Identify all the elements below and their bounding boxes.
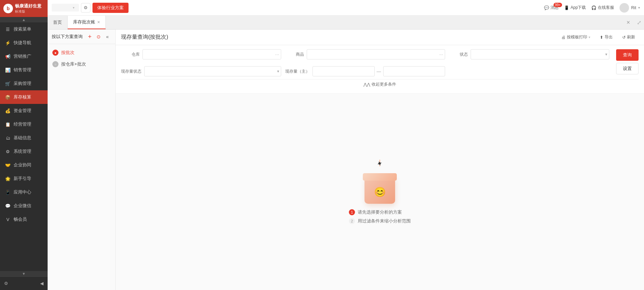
print-button[interactable]: 🖨 按模板打印 ▾ — [558, 33, 594, 41]
topbar-message[interactable]: 💬 消息 99+ — [544, 5, 559, 11]
refresh-button[interactable]: ↺ 刷新 — [619, 33, 639, 41]
nav-icon-system: ⚙ — [5, 148, 11, 155]
qty-start-input[interactable] — [312, 66, 375, 76]
sidebar-item-sales[interactable]: 📊 销售管理 — [0, 63, 48, 77]
nav-scroll-up[interactable]: ▲ — [0, 17, 48, 22]
message-icon: 💬 — [544, 5, 549, 10]
export-icon: ⬆ — [600, 35, 603, 40]
schema-settings-button[interactable]: ⊙ — [95, 33, 102, 40]
step-1-num: 1 — [349, 209, 355, 215]
message-badge: 99+ — [554, 3, 562, 7]
filter-group-product: 商品 ··· — [285, 49, 445, 59]
empty-steps: 1 请先选择要分析的方案 2 用过滤条件来缩小分析范围 — [349, 209, 411, 224]
refresh-label: 刷新 — [627, 34, 635, 40]
qty-dash: — — [377, 69, 381, 74]
schema-item-by-warehouse-batch[interactable]: ○ 按仓库+批次 — [48, 58, 115, 70]
empty-step-1: 1 请先选择要分析的方案 — [349, 209, 411, 215]
tab-batch-account-label: 库存批次账 — [73, 19, 95, 25]
page-area-close-button[interactable]: × — [622, 19, 634, 26]
experience-button[interactable]: 体验行业方案 — [92, 3, 129, 13]
topbar-user[interactable]: Rit ▾ — [620, 3, 640, 13]
topbar-online-service[interactable]: 🎧 在线客服 — [591, 5, 614, 11]
inventory-status-select-wrapper: 全部 有库存 无库存 ▾ — [144, 66, 281, 76]
sidebar-item-enterprise[interactable]: 🤝 企业协同 — [0, 158, 48, 172]
sidebar-footer: ⚙ ◀ — [0, 276, 48, 290]
filter-group-inventory-status: 现存量状态 全部 有库存 无库存 ▾ — [121, 66, 281, 76]
sidebar-item-member[interactable]: V 畅会员 — [0, 213, 48, 226]
export-button[interactable]: ⬆ 导出 — [596, 33, 616, 41]
nav-label-enterprise: 企业协同 — [14, 162, 31, 168]
inventory-status-select[interactable]: 全部 有库存 无库存 — [144, 66, 281, 76]
sidebar-item-app_center[interactable]: 📱 应用中心 — [0, 185, 48, 199]
app-logo: b — [3, 4, 13, 13]
sidebar-item-search_menu[interactable]: ☰ 搜索菜单 — [0, 22, 48, 36]
query-button[interactable]: 查询 — [616, 49, 639, 61]
sidebar-header: b 畅康通好生意 标准版 — [0, 0, 48, 17]
nav-label-search_menu: 搜索菜单 — [14, 26, 31, 32]
nav-label-quick_nav: 快捷导航 — [14, 40, 31, 46]
sidebar-item-purchase[interactable]: 🛒 采购管理 — [0, 77, 48, 90]
nav-label-new_guide: 新手引导 — [14, 176, 31, 182]
nav-label-purchase: 采购管理 — [14, 80, 31, 87]
edition-label: 标准版 — [15, 9, 41, 14]
tab-batch-account[interactable]: 库存批次账 × — [68, 16, 106, 29]
status-label: 状态 — [449, 52, 468, 57]
filter-settings-button[interactable]: 设置 — [616, 63, 639, 74]
schema-icon-by-batch: ● — [52, 50, 58, 56]
sidebar: b 畅康通好生意 标准版 ▲ ☰ 搜索菜单 ⚡ 快捷导航 📢 营销推广 📊 销售… — [0, 0, 48, 290]
sidebar-item-inventory[interactable]: 📦 库存核算 — [0, 90, 48, 104]
nav-icon-purchase: 🛒 — [5, 80, 11, 87]
product-input[interactable] — [307, 49, 445, 59]
breadcrumb-chevron-icon: ▾ — [73, 6, 74, 10]
status-select[interactable]: 正常 停用 — [471, 49, 609, 59]
print-chevron-icon: ▾ — [589, 35, 590, 39]
topbar-settings-button[interactable]: ⚙ — [81, 3, 90, 13]
product-more-icon[interactable]: ··· — [439, 52, 443, 57]
inventory-status-label: 现存量状态 — [121, 69, 141, 74]
phone-icon: 📱 — [564, 5, 569, 10]
topbar-app-download[interactable]: 📱 App下载 — [564, 5, 586, 11]
sidebar-item-operations[interactable]: 📋 经营管理 — [0, 117, 48, 131]
illustration-sparkle: ✦ — [376, 159, 384, 168]
warehouse-input[interactable] — [142, 49, 281, 59]
warehouse-more-icon[interactable]: ··· — [275, 52, 279, 57]
nav-icon-enterprise_wechat: 💬 — [5, 203, 11, 209]
sidebar-item-marketing[interactable]: 📢 营销推广 — [0, 50, 48, 63]
sidebar-collapse-button[interactable]: ◀ — [39, 279, 45, 287]
collapse-up-icon: ⋀⋀ — [363, 82, 370, 87]
sidebar-item-system[interactable]: ⚙ 系统管理 — [0, 145, 48, 158]
tab-home[interactable]: 首页 — [48, 16, 68, 29]
nav-icon-quick_nav: ⚡ — [5, 40, 11, 46]
sidebar-settings-button[interactable]: ⚙ — [3, 279, 10, 287]
qty-label: 现存量（主） — [285, 69, 310, 74]
topbar-right: 💬 消息 99+ 📱 App下载 🎧 在线客服 Rit ▾ — [544, 3, 640, 13]
step-2-num: 2 — [349, 218, 355, 224]
tabs-bar: 首页 库存批次账 × × ⤢ — [48, 16, 644, 30]
company-name: 畅康通好生意 — [15, 3, 41, 9]
collapse-more-btn[interactable]: ⋀⋀ 收起更多条件 — [121, 79, 639, 89]
nav-label-basic: 基础信息 — [14, 135, 31, 141]
page-area: 按以下方案查询 + ⊙ « ● 按批次 ○ 按仓库+批次 — [48, 30, 644, 290]
user-chevron-icon: ▾ — [638, 6, 640, 10]
sidebar-item-enterprise_wechat[interactable]: 💬 企业微信 — [0, 199, 48, 213]
page-area-expand-button[interactable]: ⤢ — [634, 19, 644, 26]
online-service-label: 在线客服 — [598, 5, 614, 11]
page-title: 现存量查询(按批次) — [121, 34, 168, 41]
export-label: 导出 — [605, 34, 613, 40]
nav-label-inventory: 库存核算 — [14, 94, 31, 100]
sidebar-item-quick_nav[interactable]: ⚡ 快捷导航 — [0, 36, 48, 50]
nav-label-operations: 经营管理 — [14, 121, 31, 127]
add-schema-button[interactable]: + — [86, 33, 94, 40]
sidebar-item-new_guide[interactable]: 🌟 新手引导 — [0, 172, 48, 185]
left-panel-actions: + ⊙ « — [86, 33, 111, 40]
nav-scroll-down[interactable]: ▼ — [0, 271, 48, 276]
warehouse-label: 仓库 — [121, 52, 140, 57]
left-panel-collapse-button[interactable]: « — [104, 33, 111, 40]
sidebar-item-finance[interactable]: 💰 资金管理 — [0, 104, 48, 117]
sidebar-item-basic[interactable]: 🗂 基础信息 — [0, 131, 48, 145]
tab-batch-account-close[interactable]: × — [97, 20, 100, 24]
nav-icon-sales: 📊 — [5, 67, 11, 73]
schema-item-by-batch[interactable]: ● 按批次 — [48, 47, 115, 58]
filter-buttons: 查询 设置 — [616, 49, 639, 74]
qty-end-input[interactable] — [383, 66, 445, 76]
